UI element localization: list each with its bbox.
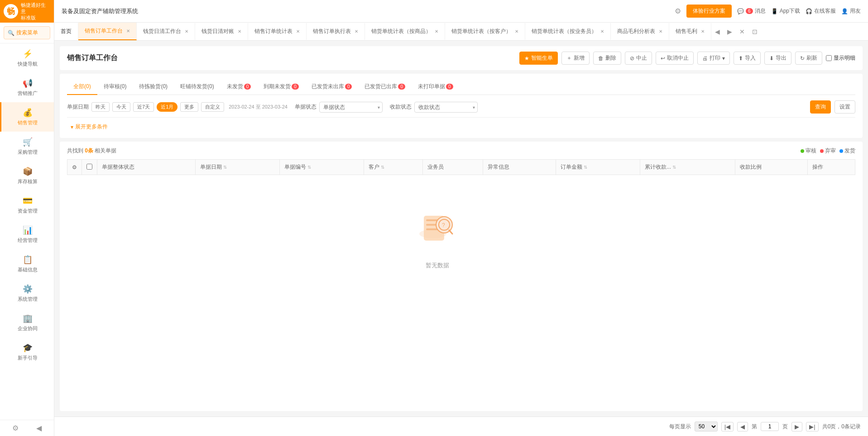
tab-nav-next[interactable]: ▶ bbox=[724, 28, 736, 35]
sidebar-item-inventory[interactable]: 📦 库存核算 bbox=[0, 161, 54, 190]
tab-close-gross-margin[interactable]: ✕ bbox=[659, 29, 662, 34]
col-checkbox[interactable] bbox=[82, 160, 97, 175]
online-service-button[interactable]: 🎧 在线客服 bbox=[806, 7, 836, 15]
sidebar-item-sales[interactable]: 💰 销售管理 bbox=[0, 102, 54, 132]
expand-more-button[interactable]: ▾ 展开更多条件 bbox=[67, 121, 855, 133]
delete-button[interactable]: 🗑 删除 bbox=[593, 52, 621, 65]
show-detail-checkbox[interactable] bbox=[826, 55, 832, 61]
sub-tab-pending-review[interactable]: 待审核(0) bbox=[97, 79, 133, 95]
app-download-button[interactable]: 📱 App下载 bbox=[771, 7, 800, 15]
status-select[interactable]: 单据状态 bbox=[319, 102, 383, 113]
cancel-stop-icon: ↩ bbox=[661, 55, 665, 62]
sidebar-item-operations[interactable]: 📊 经营管理 bbox=[0, 220, 54, 249]
page-last-button[interactable]: ▶| bbox=[806, 422, 818, 431]
tab-close-single-customer[interactable]: ✕ bbox=[515, 29, 518, 34]
bulk-review-button[interactable]: 审核 bbox=[801, 147, 816, 155]
sidebar-item-quicknav[interactable]: ⚡ 快捷导航 bbox=[0, 43, 54, 73]
sort-amount-icon[interactable]: ⇅ bbox=[584, 165, 587, 170]
tab-sales-single-customer[interactable]: 销货单统计表（按客户） ✕ bbox=[445, 23, 525, 40]
stop-button[interactable]: ⊘ 中止 bbox=[625, 52, 652, 65]
header-actions: 💬 6 消息 📱 App下载 🎧 在线客服 👤 用友 bbox=[737, 7, 861, 15]
bulk-ship-button[interactable]: 发货 bbox=[839, 147, 855, 155]
tab-close-single-product[interactable]: ✕ bbox=[435, 29, 438, 34]
sub-tab-pending-inspect[interactable]: 待拣验货(0) bbox=[133, 79, 174, 95]
collapse-sidebar-button[interactable]: ◀ bbox=[36, 424, 42, 432]
sub-tab-wangpu[interactable]: 旺铺待发货(0) bbox=[174, 79, 221, 95]
filter-settings-button[interactable]: 设置 bbox=[834, 100, 855, 114]
tab-sales-stats[interactable]: 销售订单统计表 ✕ bbox=[248, 23, 307, 40]
date-custom-btn[interactable]: 自定义 bbox=[201, 102, 224, 112]
tab-sales-exec[interactable]: 销售订单执行表 ✕ bbox=[307, 23, 365, 40]
smart-order-button[interactable]: ★ 智能生单 bbox=[519, 52, 558, 65]
query-button[interactable]: 查询 bbox=[810, 100, 831, 114]
tab-cash-reconcile[interactable]: 钱货日清对账 ✕ bbox=[195, 23, 248, 40]
sub-tab-not-printed[interactable]: 未打印单据0 bbox=[412, 79, 460, 95]
payment-select[interactable]: 收款状态 bbox=[414, 102, 478, 113]
search-menu-button[interactable]: 🔍 搜索菜单 bbox=[4, 26, 50, 39]
tab-nav-prev[interactable]: ◀ bbox=[711, 28, 724, 35]
sub-tab-all[interactable]: 全部(0) bbox=[67, 79, 97, 95]
page-prev-button[interactable]: ◀ bbox=[737, 422, 748, 431]
sort-collected-icon[interactable]: ⇅ bbox=[672, 165, 676, 170]
tab-gross-margin[interactable]: 商品毛利分析表 ✕ bbox=[611, 23, 669, 40]
sort-date-icon[interactable]: ⇅ bbox=[223, 165, 227, 170]
sidebar-item-guide[interactable]: 🎓 新手引导 bbox=[0, 337, 54, 367]
page-number-input[interactable] bbox=[761, 422, 779, 431]
tab-cash-daily[interactable]: 钱货日清工作台 ✕ bbox=[137, 23, 195, 40]
expand-icon: ▾ bbox=[71, 124, 73, 130]
sort-customer-icon[interactable]: ⇅ bbox=[381, 165, 384, 170]
tab-sales-single-staff[interactable]: 销货单统计表（按业务员） ✕ bbox=[525, 23, 611, 40]
message-button[interactable]: 💬 6 消息 bbox=[737, 7, 766, 15]
page-first-button[interactable]: |◀ bbox=[721, 422, 734, 431]
tab-sales-workbench[interactable]: 销售订单工作台 ✕ bbox=[78, 23, 137, 40]
settings-icon[interactable]: ⚙ bbox=[675, 7, 681, 15]
tab-menu[interactable]: ⊡ bbox=[748, 28, 761, 35]
tab-close-sales-profit[interactable]: ✕ bbox=[701, 29, 705, 34]
main-area: 装备及固定资产辅助管理系统 ⚙ 体验行业方案 💬 6 消息 📱 App下载 🎧 … bbox=[54, 0, 868, 436]
cancel-stop-button[interactable]: ↩ 取消中止 bbox=[656, 52, 694, 65]
sidebar-item-system[interactable]: ⚙️ 系统管理 bbox=[0, 279, 54, 308]
import-button[interactable]: ⬆ 导入 bbox=[734, 52, 761, 65]
sidebar-item-purchase[interactable]: 🛒 采购管理 bbox=[0, 132, 54, 161]
page-size-select[interactable]: 50 10 20 100 bbox=[695, 422, 718, 431]
date-today-btn[interactable]: 今天 bbox=[112, 102, 130, 112]
tab-close-cash-reconcile[interactable]: ✕ bbox=[238, 29, 241, 34]
sub-tab-not-shipped[interactable]: 未发货0 bbox=[221, 79, 258, 95]
tab-close-all[interactable]: ✕ bbox=[736, 28, 748, 35]
sub-tab-shipped-out[interactable]: 已发货已出库0 bbox=[358, 79, 412, 95]
refresh-button[interactable]: ↻ 刷新 bbox=[795, 52, 822, 65]
sidebar-item-marketing[interactable]: 📢 营销推广 bbox=[0, 73, 54, 102]
tab-close-sales-workbench[interactable]: ✕ bbox=[126, 28, 130, 33]
sidebar-item-enterprise[interactable]: 🏢 企业协同 bbox=[0, 308, 54, 337]
date-more-btn[interactable]: 更多 bbox=[180, 102, 198, 112]
tab-home[interactable]: 首页 bbox=[54, 23, 78, 40]
sub-tab-overdue-ship[interactable]: 到期未发货0 bbox=[257, 79, 305, 95]
date-yesterday-btn[interactable]: 昨天 bbox=[91, 102, 110, 112]
industry-solution-button[interactable]: 体验行业方案 bbox=[686, 5, 732, 18]
export-button[interactable]: ⬇ 导出 bbox=[764, 52, 791, 65]
select-all-checkbox[interactable] bbox=[86, 164, 92, 170]
sub-tab-shipped-not-out[interactable]: 已发货未出库0 bbox=[305, 79, 359, 95]
settings-bottom-button[interactable]: ⚙ bbox=[12, 424, 19, 432]
col-collected: 累计收款...⇅ bbox=[640, 160, 735, 175]
bulk-cancel-button[interactable]: 弃审 bbox=[820, 147, 836, 155]
add-button[interactable]: ＋ 新增 bbox=[561, 52, 590, 65]
tab-close-cash-daily[interactable]: ✕ bbox=[185, 29, 188, 34]
tab-close-single-staff[interactable]: ✕ bbox=[600, 29, 604, 34]
payment-filter: 收款状态 收款状态 bbox=[390, 102, 478, 113]
tab-sales-profit[interactable]: 销售毛利 ✕ bbox=[669, 23, 711, 40]
tab-sales-single-product[interactable]: 销货单统计表（按商品） ✕ bbox=[365, 23, 445, 40]
tab-close-sales-stats[interactable]: ✕ bbox=[296, 29, 300, 34]
sidebar-item-basics[interactable]: 📋 基础信息 bbox=[0, 249, 54, 279]
print-button[interactable]: 🖨 打印 ▾ bbox=[697, 52, 730, 65]
sidebar-item-finance[interactable]: 💳 资金管理 bbox=[0, 190, 54, 220]
page-next-button[interactable]: ▶ bbox=[791, 422, 802, 431]
show-detail-label[interactable]: 显示明细 bbox=[826, 54, 855, 62]
tab-close-sales-exec[interactable]: ✕ bbox=[355, 29, 358, 34]
user-menu-button[interactable]: 👤 用友 bbox=[841, 7, 861, 15]
date-7days-btn[interactable]: 近7天 bbox=[133, 102, 154, 112]
sort-number-icon[interactable]: ⇅ bbox=[307, 165, 311, 170]
table-header-row: ⚙ 单据整体状态 单据日期⇅ 单据编号⇅ 客户⇅ 业务员 异常信息 订单金额⇅ … bbox=[67, 160, 855, 175]
date-month-btn[interactable]: 近1月 bbox=[157, 102, 177, 112]
guide-icon: 🎓 bbox=[23, 343, 33, 353]
